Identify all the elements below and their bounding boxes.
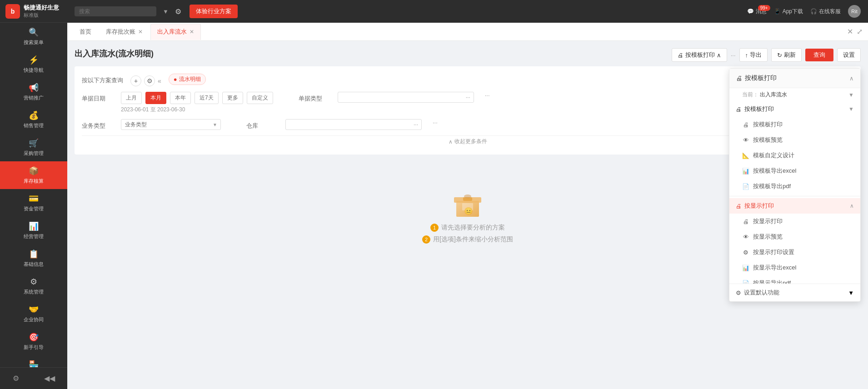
sidebar-item-purchase[interactable]: 🛒 采购管理 [0,134,67,161]
tab-batch-ledger-close[interactable]: ✕ [138,29,143,35]
date-btn-this-year[interactable]: 本年 [170,92,191,104]
dropdown-item-template-pdf[interactable]: 📄 按模板导出pdf [729,179,860,194]
sidebar-item-inventory[interactable]: 📦 库存核算 [0,161,67,189]
dropdown-divider-1 [729,196,860,196]
sidebar-logo: b 畅捷通好生意 标准版 [0,0,67,23]
dropdown-header-title: 🖨 按模板打印 [736,74,777,82]
sidebar-item-sales[interactable]: 💰 销售管理 [0,106,67,134]
tab-batch-ledger-label: 库存批次账 [106,28,135,36]
refresh-button[interactable]: ↻ 刷新 [771,48,802,62]
filter-add-button[interactable]: + [130,75,141,86]
sidebar-label-purchase: 采购管理 [24,150,44,157]
window-expand-btn[interactable]: ⤢ [857,27,863,36]
sidebar-item-marketing[interactable]: 📢 营销推广 [0,78,67,106]
display-preview-item-icon: 👁 [742,233,749,240]
window-close-btn[interactable]: ✕ [847,27,853,36]
settings-button[interactable]: 设置 [837,48,861,62]
sidebar-item-search[interactable]: 🔍 搜索菜单 [0,23,67,50]
tag-label: 流水明细 [179,75,201,83]
dropdown-item-template-print[interactable]: 🖨 按模板打印 [729,117,860,132]
dropdown-item-template-design[interactable]: 📐 模板自定义设计 [729,148,860,163]
filter-tag[interactable]: ● 流水明细 [169,74,206,85]
date-range-display: 2023-06-01 至 2023-06-30 [121,106,273,114]
notification-button[interactable]: 💬 消息 99+ [747,8,767,15]
hint-1-text: 请先选择要分析的方案 [441,224,505,232]
date-btn-this-month[interactable]: 本月 [145,92,166,104]
filter-gear-button[interactable]: ⚙ [144,75,155,86]
basic-icon: 📋 [29,249,39,259]
sidebar-collapse-btn[interactable]: ◀◀ [40,372,59,384]
sidebar-item-guide[interactable]: 🎯 新手引导 [0,328,67,355]
warehouse-more-icon[interactable]: ··· [433,119,438,126]
online-service-button[interactable]: 🎧 在线客服 [810,8,841,15]
phone-icon: 📱 [774,8,781,15]
filter-collapse-icon[interactable]: « [158,77,161,85]
template-print-dropdown: 🖨 按模板打印 ∧ 当前： 出入库流水 ▼ [729,68,861,302]
template-section-header[interactable]: 🖨 按模板打印 ▼ [729,101,860,117]
template-section-icon: 🖨 [736,106,742,113]
date-btn-more[interactable]: 更多 [222,92,243,104]
action-more-icon[interactable]: ··· [731,52,736,59]
sidebar-item-finance[interactable]: 💳 资金管理 [0,189,67,217]
voucher-type-select[interactable] [338,92,474,103]
template-section-title: 🖨 按模板打印 [736,105,774,113]
app-download-button[interactable]: 📱 App下载 [774,8,803,15]
tab-inout-flow-close[interactable]: ✕ [190,29,194,35]
tab-inout-flow[interactable]: 出入库流水 ✕ [150,24,201,40]
tab-home[interactable]: 首页 [73,24,98,40]
dropdown-item-display-preview[interactable]: 👁 按显示预览 [729,229,860,244]
warehouse-select[interactable] [285,119,422,130]
export-button[interactable]: ↑ 导出 [739,48,768,62]
template-print-expand-icon: ∧ [717,52,721,59]
template-print-button[interactable]: 🖨 按模板打印 ∧ [672,48,727,62]
dropdown-item-template-preview[interactable]: 👁 按模板预览 [729,132,860,148]
tab-batch-ledger[interactable]: 库存批次账 ✕ [99,24,150,40]
sidebar-item-system[interactable]: ⚙ 系统管理 [0,272,67,300]
template-print-item-icon: 🖨 [742,121,749,128]
user-avatar[interactable]: Rit [848,5,861,18]
page-content: 出入库流水(流水明细) 🖨 按模板打印 ∧ ··· ↑ 导出 ↻ 刷新 查询 设… [67,41,868,389]
search-nav-icon: 🔍 [29,27,39,37]
printer-icon: 🖨 [678,52,683,59]
display-pdf-item-icon: 📄 [742,279,749,284]
sidebar-item-quick-nav[interactable]: ⚡ 快捷导航 [0,50,67,78]
voucher-type-more-icon[interactable]: ··· [485,92,490,99]
top-header: ▼ ⚙ 体验行业方案 💬 消息 99+ 📱 App下载 🎧 在线客服 Rit [67,0,868,23]
global-search-input[interactable] [75,6,156,16]
sidebar-item-basic[interactable]: 📋 基础信息 [0,244,67,272]
current-arrow-icon[interactable]: ▼ [848,92,854,98]
dropdown-item-display-print[interactable]: 🖨 按显示打印 [729,214,860,229]
template-preview-item-label: 按模板预览 [753,136,783,144]
dropdown-item-display-settings[interactable]: ⚙ 按显示打印设置 [729,244,860,260]
notification-badge: 99+ [758,5,770,11]
display-section-icon: 🖨 [736,203,742,209]
warehouse-label: 仓库 [246,119,278,130]
dropdown-scroll-up-icon[interactable]: ∧ [849,75,854,82]
display-section-header[interactable]: 🖨 按显示打印 ∧ [729,198,860,214]
search-gear-icon[interactable]: ⚙ [175,7,181,16]
dropdown-item-display-excel[interactable]: 📊 按显示导出excel [729,260,860,275]
dropdown-item-display-pdf[interactable]: 📄 按显示导出pdf [729,275,860,284]
svg-point-4 [464,194,471,198]
date-btn-custom[interactable]: 自定义 [247,92,273,104]
sidebar-item-corp[interactable]: 🤝 企业协同 [0,300,67,328]
sidebar-item-operation[interactable]: 📊 经营管理 [0,217,67,244]
dropdown-item-template-excel[interactable]: 📊 按模板导出excel [729,163,860,179]
industry-solution-button[interactable]: 体验行业方案 [190,5,238,18]
sidebar-item-app-center[interactable]: 🏪 应用中心 [0,355,67,367]
dropdown-footer[interactable]: ⚙ 设置默认功能 ▼ [729,284,860,301]
sidebar-settings-btn[interactable]: ⚙ [9,372,23,384]
date-btn-last-month[interactable]: 上月 [121,92,142,104]
search-dropdown-arrow[interactable]: ▼ [163,8,169,15]
hint-2-num: 2 [422,235,430,244]
sidebar-label-operation: 经营管理 [24,233,44,240]
business-type-label: 业务类型 [82,119,114,130]
query-button[interactable]: 查询 [805,49,833,61]
date-btn-7days[interactable]: 近7天 [195,92,219,104]
dropdown-header: 🖨 按模板打印 ∧ [729,69,860,88]
inventory-icon: 📦 [29,166,39,176]
headset-icon: 🎧 [810,8,817,15]
template-preview-item-icon: 👁 [742,136,749,144]
empty-hint-2: 2 用[选项]条件来缩小分析范围 [422,235,513,244]
business-type-select[interactable]: 业务类型 [121,119,221,130]
